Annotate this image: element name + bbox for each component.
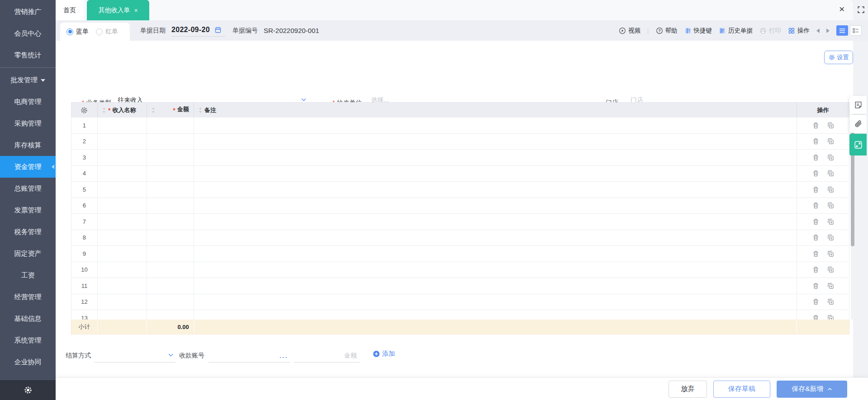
delete-row-icon[interactable]: [812, 234, 819, 241]
amount-cell[interactable]: [147, 230, 194, 246]
save-draft-button[interactable]: 保存草稿: [713, 381, 770, 398]
sidebar-item-1[interactable]: 会员中心: [0, 23, 56, 44]
draft-list-button[interactable]: 草: [849, 96, 867, 114]
income-name-header[interactable]: * 收入名称: [98, 103, 147, 118]
attachment-button[interactable]: [849, 115, 867, 133]
remark-cell[interactable]: [194, 246, 797, 262]
delete-row-icon[interactable]: [812, 170, 819, 177]
remark-cell[interactable]: [194, 310, 797, 320]
delete-row-icon[interactable]: [812, 250, 819, 257]
income-name-cell[interactable]: [98, 118, 147, 133]
sidebar-item-13[interactable]: 工资: [0, 264, 56, 286]
delete-row-icon[interactable]: [812, 202, 819, 209]
copy-insert-row-icon[interactable]: [827, 298, 834, 305]
delete-row-icon[interactable]: [812, 138, 819, 145]
fullscreen-icon[interactable]: [857, 6, 865, 15]
delete-row-icon[interactable]: [812, 298, 819, 305]
sidebar-item-11[interactable]: 税务管理: [0, 221, 56, 243]
income-name-cell[interactable]: [98, 246, 147, 262]
amount-header[interactable]: *金额: [147, 103, 194, 118]
remark-cell[interactable]: [194, 134, 797, 150]
copy-insert-row-icon[interactable]: [827, 250, 834, 257]
income-name-cell[interactable]: [98, 294, 147, 310]
copy-insert-row-icon[interactable]: [827, 154, 834, 161]
copy-insert-row-icon[interactable]: [827, 186, 834, 193]
delete-row-icon[interactable]: [812, 282, 819, 289]
gear-icon[interactable]: [24, 386, 32, 394]
help-button[interactable]: ? 帮助: [656, 27, 678, 35]
sidebar-item-12[interactable]: 固定资产: [0, 243, 56, 264]
gear-icon[interactable]: [81, 107, 88, 114]
shortcut-keys-button[interactable]: 快捷键: [684, 27, 712, 35]
remark-cell[interactable]: [194, 182, 797, 198]
income-name-cell[interactable]: [98, 310, 147, 320]
video-button[interactable]: 视频: [619, 27, 640, 35]
amount-cell[interactable]: [147, 166, 194, 182]
save-and-new-button[interactable]: 保存&新增: [777, 381, 847, 398]
amount-cell[interactable]: [147, 150, 194, 165]
remark-cell[interactable]: [194, 118, 797, 133]
delete-row-icon[interactable]: [812, 122, 819, 129]
income-name-cell[interactable]: [98, 214, 147, 230]
copy-insert-row-icon[interactable]: [827, 266, 834, 273]
sort-icon[interactable]: [152, 108, 155, 113]
prev-doc-icon[interactable]: [816, 28, 820, 33]
amount-cell[interactable]: [147, 294, 194, 310]
close-tab-icon[interactable]: ×: [134, 7, 138, 14]
tab-home[interactable]: 首页: [56, 0, 84, 20]
amount-cell[interactable]: [147, 214, 194, 230]
next-doc-icon[interactable]: [826, 28, 830, 33]
amount-cell[interactable]: [147, 278, 194, 294]
settlement-method-select[interactable]: [94, 349, 175, 362]
sidebar-item-16[interactable]: 系统管理: [0, 329, 56, 351]
remark-cell[interactable]: [194, 150, 797, 165]
income-name-cell[interactable]: [98, 262, 147, 278]
copy-insert-row-icon[interactable]: [827, 282, 834, 289]
remark-header[interactable]: 备注: [194, 103, 797, 118]
account-more-icon[interactable]: ···: [280, 354, 288, 360]
amount-cell[interactable]: [147, 118, 194, 133]
income-name-cell[interactable]: [98, 278, 147, 294]
remark-cell[interactable]: [194, 166, 797, 182]
delete-row-icon[interactable]: [812, 315, 819, 320]
add-settlement-button[interactable]: 添加: [373, 350, 395, 358]
calendar-icon[interactable]: [214, 26, 222, 33]
history-docs-button[interactable]: 历史单据: [719, 27, 753, 35]
copy-insert-row-icon[interactable]: [827, 122, 834, 129]
income-name-cell[interactable]: [98, 182, 147, 198]
expand-panel-button[interactable]: [849, 134, 867, 155]
delete-row-icon[interactable]: [812, 154, 819, 161]
sidebar-item-9[interactable]: 总账管理: [0, 178, 56, 199]
settings-button[interactable]: 设置: [824, 51, 853, 64]
sidebar-item-2[interactable]: 零售统计: [0, 44, 56, 66]
income-name-cell[interactable]: [98, 150, 147, 165]
discard-button[interactable]: 放弃: [669, 381, 707, 398]
red-bill-radio[interactable]: 红单: [96, 28, 118, 36]
tab-other-income[interactable]: 其他收入单 ×: [87, 0, 149, 20]
sort-icon[interactable]: [102, 108, 106, 113]
list-view-toggle[interactable]: [836, 25, 848, 36]
income-name-cell[interactable]: [98, 166, 147, 182]
copy-insert-row-icon[interactable]: [827, 170, 834, 177]
remark-cell[interactable]: [194, 278, 797, 294]
detail-view-toggle[interactable]: [850, 25, 862, 36]
copy-insert-row-icon[interactable]: [827, 315, 834, 320]
income-name-cell[interactable]: [98, 198, 147, 214]
income-name-cell[interactable]: [98, 230, 147, 246]
copy-insert-row-icon[interactable]: [827, 218, 834, 225]
settlement-amount-input[interactable]: 金额: [294, 349, 360, 362]
receiving-account-select[interactable]: ···: [209, 349, 290, 362]
amount-cell[interactable]: [147, 246, 194, 262]
copy-insert-row-icon[interactable]: [827, 138, 834, 145]
doc-date-input[interactable]: 2022-09-20: [171, 25, 225, 37]
sidebar-item-8[interactable]: 资金管理: [0, 156, 56, 178]
sidebar-item-15[interactable]: 基础信息: [0, 308, 56, 329]
blue-bill-radio[interactable]: 蓝单: [66, 28, 89, 36]
sidebar-item-14[interactable]: 经营管理: [0, 286, 56, 308]
sidebar-item-17[interactable]: 企业协同: [0, 351, 56, 373]
copy-insert-row-icon[interactable]: [827, 202, 834, 209]
sidebar-item-0[interactable]: 营销推广: [0, 1, 56, 23]
print-button[interactable]: 打印: [759, 27, 781, 35]
delete-row-icon[interactable]: [812, 266, 819, 273]
sidebar-item-10[interactable]: 发票管理: [0, 199, 56, 221]
